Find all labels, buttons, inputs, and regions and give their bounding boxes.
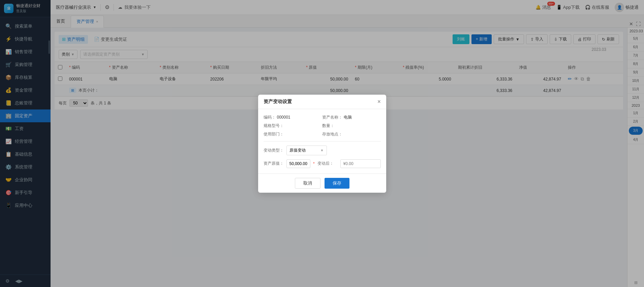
modal-overlay[interactable]: 资产变动设置 × 编码： 000001 资产名称： 电脑 规格型号： 数量： [0, 0, 644, 287]
modal-code-item: 编码： 000001 [264, 115, 322, 120]
modal-header: 资产变动设置 × [258, 95, 386, 109]
modal-footer: 取消 保存 [258, 173, 386, 193]
required-dot: * [313, 161, 315, 166]
modal-quantity-label: 数量： [322, 123, 334, 129]
modal-change-type-row: 变动类型： 原值变动 ▼ [264, 146, 381, 155]
modal-spec-label: 规格型号： [264, 123, 284, 129]
modal-original-value-display: 50,000.00 [286, 159, 310, 168]
modal-info-grid: 编码： 000001 资产名称： 电脑 规格型号： 数量： 使用部门： [264, 115, 381, 141]
modal-title: 资产变动设置 [264, 99, 292, 105]
modal-asset-name-label: 资产名称： [322, 115, 342, 120]
asset-change-modal: 资产变动设置 × 编码： 000001 资产名称： 电脑 规格型号： 数量： [258, 95, 386, 193]
chevron-down-icon: ▼ [320, 149, 324, 152]
cancel-button[interactable]: 取消 [295, 178, 320, 189]
modal-department-item: 使用部门： [264, 131, 322, 137]
save-button[interactable]: 保存 [325, 178, 349, 189]
modal-after-change-input[interactable] [340, 159, 381, 168]
modal-storage-item: 存放地点： [322, 131, 381, 137]
modal-spec-item: 规格型号： [264, 123, 322, 129]
modal-storage-label: 存放地点： [322, 131, 342, 137]
original-value-text: 50,000.00 [289, 161, 307, 166]
modal-code-value: 000001 [277, 115, 290, 120]
change-type-value: 原值变动 [289, 148, 306, 153]
modal-change-type-select[interactable]: 原值变动 ▼ [286, 146, 327, 155]
modal-original-label: 资产原值： [264, 161, 284, 166]
modal-asset-name-item: 资产名称： 电脑 [322, 115, 381, 120]
modal-quantity-item: 数量： [322, 123, 381, 129]
modal-values-row: 资产原值： 50,000.00 * 变动后： [264, 159, 381, 168]
modal-change-type-label: 变动类型： [264, 148, 284, 153]
modal-asset-name-value: 电脑 [344, 115, 352, 120]
modal-close-button[interactable]: × [377, 99, 380, 105]
modal-after-change-label: 变动后： [317, 161, 338, 166]
modal-code-label: 编码： [264, 115, 276, 120]
modal-department-label: 使用部门： [264, 131, 284, 137]
modal-body: 编码： 000001 资产名称： 电脑 规格型号： 数量： 使用部门： [258, 109, 386, 173]
